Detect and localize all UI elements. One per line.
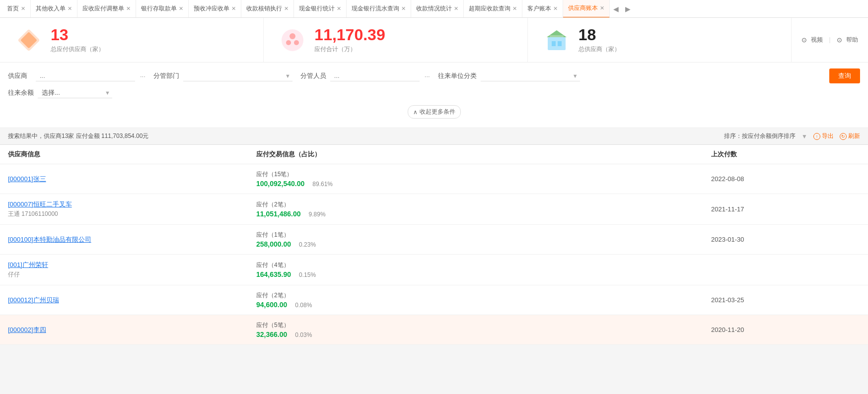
supplier-link[interactable]: [000007]恒旺二手叉车 — [8, 200, 72, 208]
supplier-link[interactable]: [000001]张三 — [8, 175, 46, 183]
refresh-icon: ↻ — [840, 133, 847, 140]
video-label[interactable]: 视频 — [811, 36, 823, 44]
supplier-link[interactable]: [001]广州荣轩 — [8, 261, 48, 268]
dept-select[interactable] — [183, 70, 292, 81]
nav-tab-ar-ap-adjust[interactable]: 应收应付调整单 ✕ — [77, 0, 136, 18]
table-row: [000001]张三 应付（15笔） 100,092,540.00 89.61%… — [0, 164, 868, 194]
top-navigation: 首页 ✕ 其他收入单 ✕ 应收应付调整单 ✕ 银行存取款单 ✕ 预收冲应收单 ✕… — [0, 0, 868, 18]
close-receipt-verify-tab[interactable]: ✕ — [284, 5, 289, 12]
stat-number-payable-suppliers: 13 — [51, 26, 104, 44]
category-select[interactable] — [481, 70, 580, 81]
diamond-icon — [15, 26, 43, 54]
person-input[interactable] — [330, 70, 420, 81]
transaction-info-cell: 应付（15笔） 100,092,540.00 89.61% — [256, 170, 711, 188]
trans-amount: 100,092,540.00 — [256, 180, 304, 188]
transaction-info-cell: 应付（2笔） 11,051,486.00 9.89% — [256, 200, 711, 218]
nav-tab-customer-book-label: 客户账本 — [527, 4, 551, 13]
close-other-income-tab[interactable]: ✕ — [68, 5, 72, 12]
supplier-link[interactable]: [000002]李四 — [8, 326, 46, 333]
header-transaction: 应付交易信息（占比） — [256, 150, 711, 159]
supplier-link[interactable]: [000012]广州贝瑞 — [8, 296, 59, 304]
nav-tab-home[interactable]: 首页 ✕ — [2, 0, 31, 18]
table-row: [000100]本特勤油品有限公司 应付（1笔） 258,000.00 0.23… — [0, 225, 868, 255]
collapse-button[interactable]: ∧ 收起更多条件 — [408, 105, 461, 119]
category-label: 往来单位分类 — [438, 71, 477, 80]
trans-label: 应付（2笔） — [256, 200, 711, 209]
supplier-info-cell: [000100]本特勤油品有限公司 — [8, 235, 256, 244]
grain-icon — [279, 26, 306, 54]
help-icon: ⊙ — [837, 36, 842, 44]
nav-tab-cash-flow[interactable]: 现金银行流水查询 ✕ — [347, 0, 411, 18]
transaction-info-cell: 应付（4笔） 164,635.90 0.15% — [256, 261, 711, 278]
supplier-info-cell: [000007]恒旺二手叉车 王通 17106110000 — [8, 200, 256, 218]
nav-tab-receipt-stat[interactable]: 收款情况统计 ✕ — [411, 0, 464, 18]
nav-tab-cash-stat-label: 现金银行统计 — [299, 4, 335, 13]
export-button[interactable]: ↑ 导出 — [813, 132, 834, 140]
table-row: [000002]李四 应付（5笔） 32,366.00 0.03% 2020-1… — [0, 315, 868, 345]
sort-label[interactable]: 排序：按应付余额倒序排序 — [724, 132, 796, 140]
search-button[interactable]: 查询 — [829, 68, 860, 83]
nav-next-arrow[interactable]: ▶ — [622, 0, 634, 18]
supplier-dots-icon[interactable]: ··· — [140, 72, 145, 80]
svg-point-5 — [294, 40, 299, 45]
stat-label-payable-amount: 应付合计（万） — [314, 45, 385, 54]
video-icon: ⊙ — [801, 36, 807, 44]
svg-rect-6 — [548, 37, 566, 50]
dept-select-wrap: ▼ — [183, 70, 292, 81]
close-cash-stat-tab[interactable]: ✕ — [337, 5, 341, 12]
nav-tab-overdue-ar[interactable]: 超期应收款查询 ✕ — [464, 0, 522, 18]
nav-tab-cash-stat[interactable]: 现金银行统计 ✕ — [294, 0, 347, 18]
supplier-info-cell: [001]广州荣轩 仔仔 — [8, 261, 256, 279]
close-supplier-book-tab[interactable]: ✕ — [600, 5, 604, 11]
header-supplier: 供应商信息 — [8, 150, 256, 159]
stat-label-payable-suppliers: 总应付供应商（家） — [51, 45, 104, 54]
results-right-tools: 排序：按应付余额倒序排序 ▼ ↑ 导出 ↻ 刷新 — [724, 132, 860, 140]
stat-number-total-suppliers: 18 — [579, 26, 620, 44]
nav-tab-supplier-book-label: 供应商账本 — [568, 4, 598, 12]
filter-row-2: 往来余额 选择... ▼ — [8, 87, 860, 98]
supplier-info-cell: [000012]广州贝瑞 — [8, 296, 256, 305]
table-row: [000012]广州贝瑞 应付（2笔） 94,600.00 0.08% 2021… — [0, 285, 868, 315]
sort-chevron-icon: ▼ — [801, 133, 807, 140]
close-cash-flow-tab[interactable]: ✕ — [401, 5, 406, 12]
nav-tab-customer-book[interactable]: 客户账本 ✕ — [522, 0, 563, 18]
refresh-button[interactable]: ↻ 刷新 — [840, 132, 860, 140]
nav-tab-cash-flow-label: 现金银行流水查询 — [352, 4, 399, 13]
supplier-input[interactable] — [36, 70, 135, 81]
svg-point-4 — [286, 40, 291, 45]
balance-select-wrap: 选择... ▼ — [38, 87, 112, 98]
filter-dept: 分管部门 ▼ — [153, 70, 292, 81]
transaction-info-cell: 应付（5笔） 32,366.00 0.03% — [256, 321, 711, 338]
nav-tab-other-income[interactable]: 其他收入单 ✕ — [31, 0, 77, 18]
results-bar: 搜索结果中，供应商13家 应付金额 111,703,854.00元 排序：按应付… — [0, 128, 868, 145]
close-ar-ap-adjust-tab[interactable]: ✕ — [126, 5, 131, 12]
close-home-tab[interactable]: ✕ — [21, 5, 25, 12]
trans-amount: 11,051,486.00 — [256, 210, 301, 218]
person-dots-icon[interactable]: ··· — [425, 72, 430, 80]
last-pay-cell: 2021-03-25 — [711, 296, 860, 304]
results-summary: 搜索结果中，供应商13家 应付金额 111,703,854.00元 — [8, 132, 148, 140]
nav-tab-advance-ar[interactable]: 预收冲应收单 ✕ — [189, 0, 241, 18]
last-pay-cell: 2020-11-20 — [711, 326, 860, 333]
close-overdue-ar-tab[interactable]: ✕ — [512, 5, 517, 12]
close-customer-book-tab[interactable]: ✕ — [553, 5, 558, 12]
last-pay-cell: 2022-08-08 — [711, 175, 860, 183]
nav-tab-receipt-verify[interactable]: 收款核销执行 ✕ — [241, 0, 294, 18]
refresh-label: 刷新 — [848, 132, 860, 140]
close-advance-ar-tab[interactable]: ✕ — [231, 5, 236, 12]
balance-select[interactable]: 选择... — [38, 87, 112, 98]
close-bank-deposit-tab[interactable]: ✕ — [179, 5, 183, 12]
export-icon: ↑ — [813, 133, 820, 140]
divider: ｜ — [827, 36, 833, 44]
help-label[interactable]: 帮助 — [846, 36, 858, 44]
export-label: 导出 — [822, 132, 834, 140]
nav-prev-arrow[interactable]: ◀ — [610, 0, 622, 18]
close-receipt-stat-tab[interactable]: ✕ — [454, 5, 458, 12]
nav-tab-bank-deposit[interactable]: 银行存取款单 ✕ — [136, 0, 189, 18]
supplier-info-cell: [000001]张三 — [8, 175, 256, 184]
nav-tab-supplier-book[interactable]: 供应商账本 ✕ — [563, 0, 610, 18]
nav-tab-receipt-verify-label: 收款核销执行 — [246, 4, 282, 13]
supplier-link[interactable]: [000100]本特勤油品有限公司 — [8, 236, 91, 243]
table-header: 供应商信息 应付交易信息（占比） 上次付数 — [0, 145, 868, 164]
filter-supplier: 供应商 ··· — [8, 70, 145, 81]
